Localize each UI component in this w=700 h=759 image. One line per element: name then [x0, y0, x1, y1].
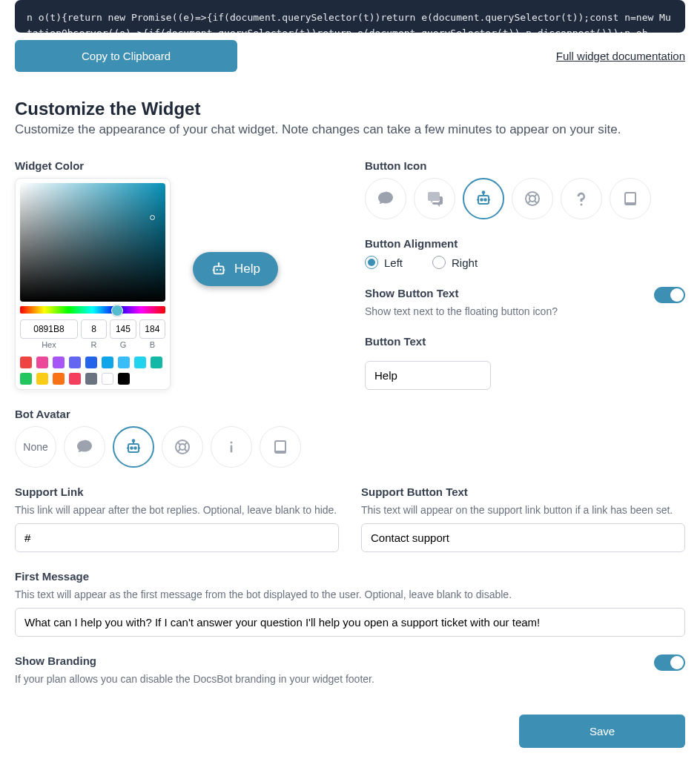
show-branding-label: Show Branding	[15, 654, 374, 667]
swatch-row	[20, 357, 165, 385]
support-link-input[interactable]	[15, 523, 339, 552]
avatar-option-none[interactable]: None	[15, 426, 56, 468]
swatch[interactable]	[85, 373, 97, 385]
avatar-option-chat-icon[interactable]	[64, 426, 105, 468]
hue-slider[interactable]	[20, 306, 165, 314]
swatch[interactable]	[36, 373, 48, 385]
b-label: B	[139, 340, 165, 349]
alignment-right-radio[interactable]: Right	[432, 256, 478, 269]
robot-icon	[211, 261, 227, 277]
button-icon-option-chat-icon[interactable]	[365, 178, 406, 219]
svg-point-4	[218, 262, 219, 264]
chat-icon	[377, 190, 394, 208]
code-snippet: n o(t){return new Promise((e)=>{if(docum…	[15, 0, 685, 33]
saturation-panel[interactable]	[20, 183, 165, 302]
show-branding-desc: If your plan allows you can disable the …	[15, 673, 374, 685]
book-icon	[271, 438, 289, 456]
show-button-text-toggle[interactable]	[654, 287, 685, 303]
button-icon-option-question-icon[interactable]	[561, 178, 602, 219]
widget-color-label: Widget Color	[15, 159, 335, 172]
g-input[interactable]	[110, 319, 136, 339]
swatch[interactable]	[36, 357, 48, 368]
swatch[interactable]	[134, 357, 146, 368]
hex-input[interactable]	[20, 319, 78, 339]
copy-to-clipboard-button[interactable]: Copy to Clipboard	[15, 40, 237, 72]
page-subtitle: Customize the appearance of your chat wi…	[15, 122, 685, 137]
svg-point-2	[219, 269, 221, 271]
b-input[interactable]	[139, 319, 165, 339]
svg-point-24	[133, 440, 135, 442]
right-label: Right	[452, 256, 478, 269]
support-button-text-label: Support Button Text	[361, 485, 685, 498]
page-title: Customize the Widget	[15, 99, 685, 119]
swatch[interactable]	[53, 373, 65, 385]
left-label: Left	[384, 256, 403, 269]
chat-icon	[76, 438, 93, 456]
r-input[interactable]	[81, 319, 107, 339]
avatar-option-robot-icon[interactable]	[113, 426, 154, 468]
robot-icon	[125, 438, 142, 456]
swatch[interactable]	[102, 357, 113, 368]
button-alignment-label: Button Alignment	[365, 237, 685, 250]
button-icon-option-robot-icon[interactable]	[463, 178, 504, 219]
alignment-left-radio[interactable]: Left	[365, 256, 403, 269]
widget-preview-label: Help	[234, 262, 260, 276]
show-button-text-desc: Show text next to the floating button ic…	[365, 305, 558, 317]
color-picker[interactable]: Hex R G B	[15, 178, 171, 390]
full-widget-documentation-link[interactable]: Full widget documentation	[556, 50, 685, 62]
button-icon-option-book-icon[interactable]	[610, 178, 651, 219]
svg-rect-0	[214, 266, 224, 274]
show-branding-toggle[interactable]	[654, 654, 685, 671]
swatch[interactable]	[69, 373, 81, 385]
bot-avatar-options: None	[15, 426, 685, 468]
svg-line-19	[528, 201, 531, 204]
svg-line-29	[178, 443, 181, 445]
svg-line-32	[178, 449, 181, 452]
svg-rect-20	[128, 444, 139, 452]
button-icon-option-chats-icon[interactable]	[414, 178, 455, 219]
hex-label: Hex	[20, 340, 78, 349]
show-button-text-label: Show Button Text	[365, 287, 558, 299]
swatch[interactable]	[85, 357, 97, 368]
swatch[interactable]	[20, 357, 32, 368]
button-text-input[interactable]	[365, 361, 491, 390]
bot-avatar-label: Bot Avatar	[15, 408, 685, 420]
avatar-option-lifering-icon[interactable]	[162, 426, 203, 468]
avatar-option-book-icon[interactable]	[260, 426, 301, 468]
svg-point-1	[217, 269, 218, 271]
swatch[interactable]	[20, 373, 32, 385]
avatar-option-info-icon[interactable]	[211, 426, 252, 468]
button-text-label: Button Text	[365, 335, 685, 348]
svg-line-31	[185, 443, 188, 445]
svg-rect-7	[478, 196, 489, 204]
svg-line-17	[535, 201, 538, 204]
info-icon	[222, 438, 240, 456]
lifering-icon	[524, 190, 541, 208]
robot-icon	[475, 190, 492, 208]
support-link-desc: This link will appear after the bot repl…	[15, 504, 339, 516]
first-message-input[interactable]	[15, 608, 685, 637]
swatch[interactable]	[102, 373, 113, 385]
svg-line-18	[535, 194, 538, 197]
support-button-text-input[interactable]	[361, 523, 685, 552]
swatch[interactable]	[151, 357, 162, 368]
swatch[interactable]	[53, 357, 65, 368]
widget-preview: Help	[193, 252, 278, 286]
svg-point-9	[484, 199, 486, 201]
svg-line-30	[185, 449, 188, 452]
button-icon-label: Button Icon	[365, 159, 685, 172]
swatch[interactable]	[118, 373, 130, 385]
svg-point-15	[529, 196, 535, 202]
button-icon-option-lifering-icon[interactable]	[512, 178, 553, 219]
chats-icon	[426, 190, 443, 208]
support-button-text-desc: This text will appear on the support lin…	[361, 504, 685, 516]
swatch[interactable]	[118, 357, 130, 368]
first-message-label: First Message	[15, 570, 685, 583]
save-button[interactable]: Save	[519, 715, 685, 748]
svg-point-21	[131, 447, 133, 449]
support-link-label: Support Link	[15, 485, 339, 498]
button-icon-options	[365, 178, 685, 219]
first-message-desc: This text will appear as the first messa…	[15, 589, 685, 600]
swatch[interactable]	[69, 357, 81, 368]
svg-point-28	[179, 444, 185, 450]
